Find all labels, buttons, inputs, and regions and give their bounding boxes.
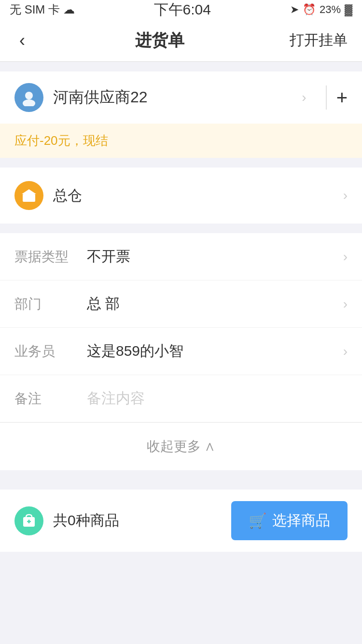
- status-bar: 无 SIM 卡 ☁ 下午6:04 ➤ ⏰ 23% ▓: [0, 0, 362, 19]
- salesman-value: 这是859的小智: [87, 341, 343, 361]
- collapse-toggle[interactable]: 收起更多 ∧: [0, 422, 362, 470]
- page-title: 进货单: [135, 29, 184, 52]
- supplier-avatar: [14, 83, 43, 112]
- remarks-row[interactable]: 备注 备注内容: [0, 375, 362, 422]
- select-product-button[interactable]: 🛒 选择商品: [231, 501, 348, 540]
- svg-rect-2: [23, 194, 35, 202]
- supplier-card: 河南供应商22 › + 应付-20元，现结: [0, 71, 362, 158]
- svg-point-0: [25, 92, 33, 99]
- notice-banner: 应付-20元，现结: [0, 124, 362, 158]
- warehouse-icon: [14, 181, 43, 210]
- select-product-label: 选择商品: [272, 511, 330, 531]
- status-time: 下午6:04: [154, 0, 211, 20]
- remarks-label: 备注: [14, 390, 87, 408]
- select-product-icon: 🛒: [249, 512, 266, 529]
- svg-rect-6: [28, 519, 30, 523]
- supplier-name: 河南供应商22: [53, 87, 302, 108]
- status-left: 无 SIM 卡 ☁: [10, 2, 75, 17]
- location-icon: ➤: [290, 3, 299, 16]
- department-label: 部门: [14, 295, 87, 313]
- section-gap-3: [0, 224, 362, 233]
- warehouse-card: 总仓 ›: [0, 168, 362, 224]
- back-button[interactable]: ‹: [14, 26, 30, 56]
- section-gap-2: [0, 158, 362, 168]
- add-supplier-button[interactable]: +: [336, 88, 348, 107]
- department-row[interactable]: 部门 总 部 ›: [0, 280, 362, 328]
- sim-indicator: 无 SIM 卡 ☁: [10, 2, 75, 17]
- warehouse-row[interactable]: 总仓 ›: [0, 168, 362, 224]
- department-value: 总 部: [87, 294, 343, 314]
- invoice-type-value: 不开票: [87, 247, 343, 266]
- section-gap-1: [0, 62, 362, 71]
- warehouse-chevron-icon: ›: [343, 188, 348, 203]
- bottom-section: 共0种商品 🛒 选择商品: [0, 490, 362, 552]
- svg-point-1: [23, 99, 35, 106]
- fields-card: 票据类型 不开票 › 部门 总 部 › 业务员 这是859的小智 › 备注 备注…: [0, 233, 362, 470]
- salesman-label: 业务员: [14, 342, 87, 361]
- divider: [326, 85, 327, 110]
- battery-indicator: 23%: [320, 3, 341, 16]
- invoice-type-label: 票据类型: [14, 248, 87, 266]
- supplier-chevron-icon: ›: [302, 90, 306, 105]
- svg-marker-3: [22, 189, 36, 194]
- status-right: ➤ ⏰ 23% ▓: [290, 3, 352, 16]
- product-count-label: 共0种商品: [53, 511, 231, 531]
- product-icon: [14, 506, 43, 535]
- section-gap-4: [0, 470, 362, 480]
- invoice-type-row[interactable]: 票据类型 不开票 ›: [0, 233, 362, 280]
- salesman-chevron-icon: ›: [343, 344, 348, 359]
- invoice-type-chevron-icon: ›: [343, 249, 348, 265]
- remarks-input[interactable]: 备注内容: [87, 389, 348, 408]
- salesman-row[interactable]: 业务员 这是859的小智 ›: [0, 328, 362, 375]
- warehouse-name: 总仓: [53, 186, 343, 206]
- department-chevron-icon: ›: [343, 296, 348, 312]
- nav-bar: ‹ 进货单 打开挂单: [0, 19, 362, 62]
- battery-icon: ▓: [345, 3, 352, 16]
- open-pending-button[interactable]: 打开挂单: [290, 30, 348, 50]
- supplier-row[interactable]: 河南供应商22 › +: [0, 71, 362, 124]
- alarm-icon: ⏰: [303, 3, 316, 16]
